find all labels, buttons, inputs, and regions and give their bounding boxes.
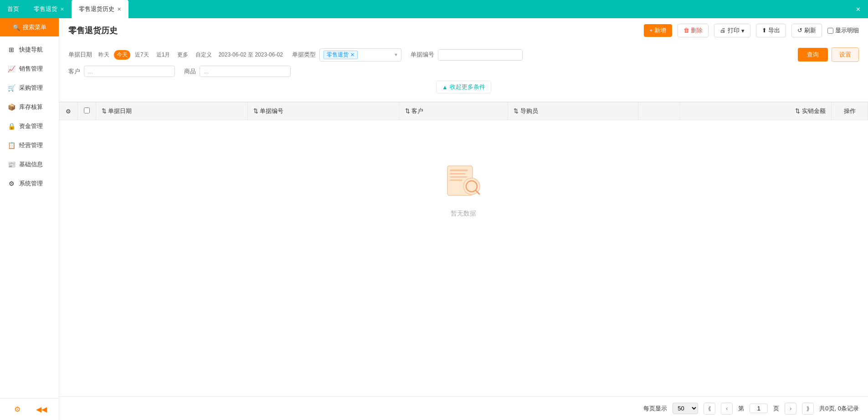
select-all-checkbox[interactable] xyxy=(84,108,90,113)
sidebar-item-finance[interactable]: 🔒 资金管理 xyxy=(0,117,59,136)
date-btn-last-month[interactable]: 近1月 xyxy=(154,50,173,60)
top-bar: 首页 零售退货 ✕ 零售退货历史 ✕ ✕ xyxy=(0,0,868,18)
delete-button[interactable]: 🗑 删除 xyxy=(678,24,709,37)
tab-retail-return-history[interactable]: 零售退货历史 ✕ xyxy=(72,0,128,18)
col-checkbox[interactable] xyxy=(77,102,96,120)
per-page-select[interactable]: 50 10 20 100 xyxy=(673,403,698,414)
sidebar-item-label-quick-nav: 快捷导航 xyxy=(19,46,43,54)
goods-label: 商品 xyxy=(184,67,196,76)
refresh-button[interactable]: ↺ 刷新 xyxy=(791,24,822,37)
page-title: 零售退货历史 xyxy=(68,25,118,36)
finance-icon: 🔒 xyxy=(7,122,15,130)
sidebar-item-operations[interactable]: 📋 经营管理 xyxy=(0,136,59,155)
table-header-row: ⚙ ⇅ 单据日期 ⇅ 单据编号 ⇅ 客户 xyxy=(59,102,868,120)
sidebar-item-purchase-mgmt[interactable]: 🛒 采购管理 xyxy=(0,78,59,97)
show-detail-label[interactable]: 显示明细 xyxy=(827,26,859,35)
empty-state: 暂无数据 xyxy=(59,120,868,254)
sales-mgmt-icon: 📈 xyxy=(7,65,15,73)
date-range-display: 2023-06-02 至 2023-06-02 xyxy=(218,51,282,59)
voucher-type-tag-close[interactable]: ✕ xyxy=(350,52,354,58)
first-page-button[interactable]: ⟪ xyxy=(704,403,715,415)
customer-input[interactable]: ... xyxy=(84,66,175,77)
sidebar-bottom: ⚙ ◀◀ xyxy=(0,398,59,420)
collapse-filters-button[interactable]: ▲ 收起更多条件 xyxy=(436,81,491,93)
last-page-button[interactable]: ⟫ xyxy=(802,403,814,415)
sidebar-item-sales-mgmt[interactable]: 📈 销售管理 xyxy=(0,59,59,78)
empty-icon xyxy=(441,157,486,202)
query-button[interactable]: 查询 xyxy=(798,48,828,61)
system-mgmt-icon: ⚙ xyxy=(7,179,15,188)
tab-list: 首页 零售退货 ✕ 零售退货历史 ✕ xyxy=(0,0,856,18)
tab-home[interactable]: 首页 xyxy=(0,0,26,18)
sidebar-item-quick-nav[interactable]: ⊞ 快捷导航 xyxy=(0,40,59,59)
voucher-type-select[interactable]: 零售退货 ✕ ▾ xyxy=(319,48,401,61)
svg-rect-2 xyxy=(450,173,466,174)
filter-row-1: 单据日期 昨天 今天 近7天 近1月 更多 自定义 2023-06-02 至 2… xyxy=(68,47,859,62)
toolbar: + 新增 🗑 删除 🖨 打印 ▾ ⬆ 导出 ↺ 刷新 显示明细 xyxy=(644,24,859,37)
goods-input[interactable]: ... xyxy=(200,66,291,77)
col-customer: ⇅ 客户 xyxy=(399,102,508,120)
sidebar-search[interactable]: 🔍 搜索菜单 xyxy=(0,18,59,36)
print-button[interactable]: 🖨 打印 ▾ xyxy=(714,24,750,37)
settings-button[interactable]: 设置 xyxy=(832,47,859,62)
close-retail-return-tab[interactable]: ✕ xyxy=(60,6,64,12)
add-button[interactable]: + 新增 xyxy=(644,24,672,37)
date-btn-yesterday[interactable]: 昨天 xyxy=(96,50,112,60)
purchase-mgmt-icon: 🛒 xyxy=(7,84,15,92)
voucher-type-label: 单据类型 xyxy=(292,51,316,59)
col-spacer xyxy=(638,102,680,120)
page-input[interactable] xyxy=(750,404,768,413)
table-body: 暂无数据 xyxy=(59,120,868,255)
tab-retail-return[interactable]: 零售退货 ✕ xyxy=(26,0,72,18)
close-retail-return-history-tab[interactable]: ✕ xyxy=(117,6,121,12)
data-table: ⚙ ⇅ 单据日期 ⇅ 单据编号 ⇅ 客户 xyxy=(59,102,868,254)
content-area: 零售退货历史 + 新增 🗑 删除 🖨 打印 ▾ ⬆ 导出 ↺ 刷新 显示明细 xyxy=(59,18,868,420)
settings-bottom-icon[interactable]: ⚙ xyxy=(11,403,24,416)
voucher-type-dropdown-icon: ▾ xyxy=(395,51,397,58)
basic-info-icon: 📰 xyxy=(7,160,15,169)
sidebar-item-basic-info[interactable]: 📰 基础信息 xyxy=(0,155,59,174)
page-unit: 页 xyxy=(773,405,779,413)
sidebar-item-system-mgmt[interactable]: ⚙ 系统管理 xyxy=(0,174,59,193)
col-guide: ⇅ 导购员 xyxy=(508,102,638,120)
voucher-type-tag: 零售退货 ✕ xyxy=(324,51,358,59)
date-btn-today[interactable]: 今天 xyxy=(114,50,130,60)
settings-col-icon[interactable]: ⚙ xyxy=(66,108,71,115)
col-guide-label: ⇅ 导购员 xyxy=(514,108,538,114)
sidebar-search-label: 搜索菜单 xyxy=(23,23,46,31)
pagination-summary: 共0页, 0条记录 xyxy=(819,405,859,413)
collapse-icon: ▲ xyxy=(442,84,448,91)
page-label: 第 xyxy=(738,405,744,413)
next-page-button[interactable]: › xyxy=(785,403,796,415)
col-customer-label: ⇅ 客户 xyxy=(405,108,424,114)
date-filter-label: 单据日期 xyxy=(68,51,92,59)
col-date: ⇅ 单据日期 xyxy=(96,102,247,120)
customer-label: 客户 xyxy=(68,67,80,76)
table-container: ⚙ ⇅ 单据日期 ⇅ 单据编号 ⇅ 客户 xyxy=(59,102,868,396)
sidebar-nav: ⊞ 快捷导航 📈 销售管理 🛒 采购管理 📦 库存核算 🔒 资金管理 📋 xyxy=(0,36,59,398)
col-date-label: ⇅ 单据日期 xyxy=(102,108,132,114)
page-header: 零售退货历史 + 新增 🗑 删除 🖨 打印 ▾ ⬆ 导出 ↺ 刷新 显示明细 xyxy=(59,18,868,102)
operations-icon: 📋 xyxy=(7,141,15,149)
customer-filter: 客户 ... xyxy=(68,66,175,77)
show-detail-checkbox[interactable] xyxy=(827,28,833,34)
voucher-number-input[interactable] xyxy=(438,49,523,61)
date-btn-custom[interactable]: 自定义 xyxy=(193,50,215,60)
sidebar-item-inventory[interactable]: 📦 库存核算 xyxy=(0,97,59,117)
col-ops-label: 操作 xyxy=(844,108,856,114)
svg-rect-1 xyxy=(450,169,468,171)
empty-text: 暂无数据 xyxy=(451,210,476,218)
print-dropdown-arrow: ▾ xyxy=(741,27,745,34)
export-button[interactable]: ⬆ 导出 xyxy=(756,24,786,37)
per-page-label: 每页显示 xyxy=(643,405,667,413)
sidebar-item-label-inventory: 库存核算 xyxy=(19,103,43,111)
filter-area: 单据日期 昨天 今天 近7天 近1月 更多 自定义 2023-06-02 至 2… xyxy=(68,43,859,102)
prev-page-button[interactable]: ‹ xyxy=(721,403,733,415)
date-btn-more[interactable]: 更多 xyxy=(175,50,191,60)
volume-bottom-icon[interactable]: ◀◀ xyxy=(35,403,48,416)
col-settings[interactable]: ⚙ xyxy=(59,102,77,120)
window-close-button[interactable]: ✕ xyxy=(856,6,868,13)
inventory-icon: 📦 xyxy=(7,103,15,111)
date-btn-last7[interactable]: 近7天 xyxy=(132,50,152,60)
page-title-row: 零售退货历史 + 新增 🗑 删除 🖨 打印 ▾ ⬆ 导出 ↺ 刷新 显示明细 xyxy=(68,24,859,37)
